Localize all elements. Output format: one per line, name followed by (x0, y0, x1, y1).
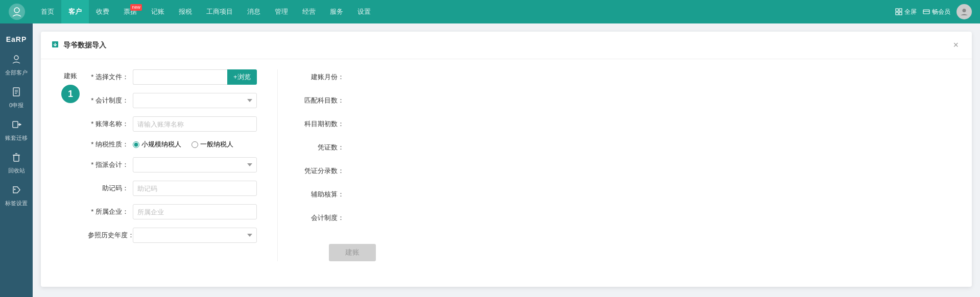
initial-label: 科目期初数： (298, 119, 344, 129)
system-row: 会计制度： (298, 210, 411, 226)
fullscreen-button[interactable]: 全屏 (895, 8, 917, 16)
dialog-body: 建账 1 * 选择文件： +浏览 (41, 59, 972, 271)
year-label: 参照历史年度： (88, 231, 129, 240)
svg-rect-4 (899, 12, 902, 15)
sidebar-item-declaration[interactable]: 0申报 (1, 83, 32, 113)
svg-rect-2 (899, 9, 902, 11)
tax-label: * 纳税性质： (88, 140, 129, 149)
dialog-title: 导爷数据导入 (51, 40, 106, 50)
nav-tax[interactable]: 报税 (172, 0, 199, 23)
svg-point-18 (14, 189, 16, 190)
user-avatar[interactable] (957, 4, 972, 19)
accounting-select[interactable] (133, 93, 257, 108)
close-button[interactable]: × (950, 39, 962, 52)
voucher-entries-row: 凭证分录数： (298, 163, 411, 179)
company-label: * 所属企业： (88, 207, 129, 216)
nav-fee[interactable]: 收费 (89, 0, 116, 23)
month-label: 建账月份： (298, 72, 344, 82)
ledger-input[interactable] (133, 116, 257, 132)
nav-invoice-badge: new (130, 4, 142, 11)
accountant-label: * 指派会计： (88, 160, 129, 169)
svg-rect-5 (923, 10, 929, 14)
company-row: * 所属企业： (88, 204, 257, 219)
nav-business[interactable]: 工商项目 (199, 0, 240, 23)
svg-rect-15 (14, 155, 19, 161)
logo-circle (9, 4, 25, 20)
migration-icon (11, 119, 21, 132)
tax-small-option[interactable]: 小规模纳税人 (133, 140, 181, 149)
nav-operation[interactable]: 经营 (295, 0, 323, 23)
ledger-row: * 账簿名称： (88, 116, 257, 132)
top-navigation: 首页 客户 收费 票据 new 记账 报税 工商项目 消息 管理 经营 服务 设… (0, 0, 980, 23)
ledger-label: * 账簿名称： (88, 119, 129, 129)
sidebar-item-trash[interactable]: 回收站 (1, 148, 32, 179)
import-icon (51, 40, 59, 50)
tag-icon (11, 185, 21, 197)
step-label: 建账 (64, 71, 77, 81)
tax-small-radio[interactable] (133, 141, 139, 148)
svg-point-0 (14, 8, 19, 13)
sidebar-item-tags-label: 标签设置 (5, 200, 28, 207)
sidebar-item-tags[interactable]: 标签设置 (1, 181, 32, 211)
nav-bookkeeping[interactable]: 记账 (144, 0, 172, 23)
sidebar-item-migration-label: 账套迁移 (5, 134, 28, 142)
svg-rect-1 (896, 9, 898, 11)
sidebar-item-all-customers-label: 全部客户 (5, 69, 28, 77)
info-section: 建账月份： 匹配科目数： 科目期初数： 凭证数： (298, 69, 411, 261)
initial-row: 科目期初数： (298, 116, 411, 132)
nav-manage[interactable]: 管理 (268, 0, 295, 23)
sidebar-item-declaration-label: 0申报 (9, 102, 23, 109)
main-layout: EaRP 全部客户 0申报 (0, 23, 980, 297)
sidebar-item-trash-label: 回收站 (8, 167, 25, 175)
accounting-row: * 会计制度： (88, 93, 257, 108)
tax-radio-group: 小规模纳税人 一般纳税人 (133, 140, 233, 149)
tax-general-label: 一般纳税人 (200, 140, 233, 149)
nav-right: 全屏 畅会员 (895, 4, 980, 19)
file-label: * 选择文件： (88, 72, 129, 82)
vertical-divider (277, 69, 278, 261)
tax-general-option[interactable]: 一般纳税人 (192, 140, 233, 149)
dialog-header: 导爷数据导入 × (41, 32, 972, 59)
match-label: 匹配科目数： (298, 96, 344, 105)
tax-row: * 纳税性质： 小规模纳税人 一般纳税人 (88, 140, 257, 149)
month-row: 建账月份： (298, 69, 411, 85)
accounting-label: * 会计制度： (88, 96, 129, 105)
svg-point-8 (14, 56, 18, 60)
aux-row: 辅助核算： (298, 187, 411, 202)
build-account-button[interactable]: 建账 (329, 244, 376, 261)
browse-button[interactable]: +浏览 (227, 69, 257, 85)
app-logo[interactable] (5, 0, 29, 23)
member-button[interactable]: 畅会员 (923, 8, 950, 16)
voucher-entries-label: 凭证分录数： (298, 166, 344, 176)
file-input[interactable] (133, 69, 227, 85)
accountant-select[interactable] (133, 157, 257, 172)
file-input-group: +浏览 (133, 69, 257, 85)
tax-general-radio[interactable] (192, 141, 198, 148)
memo-input[interactable] (133, 181, 257, 196)
form-section: * 选择文件： +浏览 * 会计制度： (88, 69, 257, 251)
nav-message[interactable]: 消息 (240, 0, 268, 23)
all-customers-icon (11, 54, 21, 67)
trash-icon (11, 152, 21, 165)
sidebar-item-all-customers[interactable]: 全部客户 (1, 50, 32, 81)
nav-customer[interactable]: 客户 (61, 0, 89, 23)
import-dialog: 导爷数据导入 × 建账 1 * 选择文件： (41, 32, 972, 287)
sidebar-item-migration[interactable]: 账套迁移 (1, 115, 32, 146)
nav-home[interactable]: 首页 (34, 0, 61, 23)
aux-label: 辅助核算： (298, 190, 344, 199)
svg-rect-3 (896, 12, 898, 15)
declaration-icon (11, 87, 21, 100)
member-icon (923, 8, 930, 15)
memo-row: 助记码： (88, 181, 257, 196)
app-logo-text: EaRP (6, 29, 27, 48)
nav-invoice[interactable]: 票据 new (116, 0, 144, 23)
fullscreen-icon (895, 8, 902, 15)
nav-settings[interactable]: 设置 (350, 0, 378, 23)
match-row: 匹配科目数： (298, 93, 411, 108)
sidebar: EaRP 全部客户 0申报 (0, 23, 33, 297)
file-row: * 选择文件： +浏览 (88, 69, 257, 85)
year-select[interactable] (133, 228, 257, 243)
svg-point-7 (963, 9, 966, 12)
company-input[interactable] (133, 204, 257, 219)
nav-service[interactable]: 服务 (323, 0, 350, 23)
